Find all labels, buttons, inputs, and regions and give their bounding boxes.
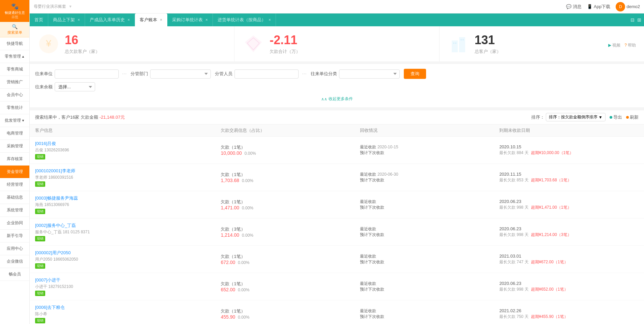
help-button[interactable]: ? 帮助 xyxy=(624,42,636,48)
app-download-button[interactable]: 📱 App下载 xyxy=(587,4,610,10)
tab-close-icon[interactable]: × xyxy=(205,18,208,22)
filter-area: 往来单位 ··· 分管部门 分管人员 ··· xyxy=(30,64,644,107)
source-category-select[interactable] xyxy=(339,69,400,79)
sidebar-item-enterprise[interactable]: 企业协同 xyxy=(0,217,29,230)
debt-amount[interactable]: 10,000.00 xyxy=(221,150,242,156)
balance-label: 往来余额 xyxy=(35,84,53,90)
sidebar-item-system[interactable]: 系统管理 xyxy=(0,204,29,217)
tab-customer-account[interactable]: 客户账本 × xyxy=(135,13,167,26)
person-input[interactable] xyxy=(234,69,299,79)
sidebar-item-label: 电商管理 xyxy=(7,131,23,136)
tab-home[interactable]: 首页 xyxy=(30,13,48,26)
company-name: 母婴行业演示账套 xyxy=(34,4,66,9)
message-icon: 💬 xyxy=(566,4,571,9)
filter-balance: 往来余额 选择... xyxy=(35,82,95,91)
overdue-info: 2021.03.01 最长欠款 747 天 超期¥672.00（1笔） xyxy=(499,254,639,265)
sidebar-item-marketing[interactable]: 营销推广 xyxy=(0,76,29,89)
tab-purchase-order[interactable]: 采购订单统计表 × xyxy=(167,13,213,26)
next-collect-label: 预计下次收款 xyxy=(360,205,499,210)
collapse-label: 收起更多条件 xyxy=(329,96,353,102)
dept-select[interactable] xyxy=(150,69,211,79)
sidebar-item-app-center[interactable]: 应用中心 xyxy=(0,242,29,255)
recovery-info: 最近收款 预计下次收款 xyxy=(360,199,499,210)
refresh-button[interactable]: 刷新 xyxy=(626,114,639,120)
source-unit-dots[interactable]: ··· xyxy=(122,71,127,77)
overdue-amount-link[interactable]: 超期¥10,000.00（1笔） xyxy=(531,150,574,155)
dropdown-icon: ▼ xyxy=(68,4,72,8)
tab-close-icon[interactable]: × xyxy=(160,18,162,22)
sidebar-item-basic-info[interactable]: 基础信息 xyxy=(0,191,29,204)
tab-close-icon[interactable]: × xyxy=(128,18,130,22)
overdue-date: 2020.06.23 xyxy=(499,281,639,286)
customer-name-link[interactable]: [0007]小进干 xyxy=(35,277,221,283)
filter-row-1: 往来单位 ··· 分管部门 分管人员 ··· xyxy=(35,69,639,79)
maximize-icon[interactable]: ⊞ xyxy=(637,17,641,23)
result-debt-total: -21,148.07元 xyxy=(100,115,125,120)
page-content: ¥ 16 总欠款客户（家） -2.11 欠款合计（万 xyxy=(30,26,644,324)
sidebar-item-label: 快捷导航 xyxy=(7,41,23,46)
tab-inbound-stats[interactable]: 进货单统计表（按商品） × xyxy=(213,13,276,26)
customer-name-link[interactable]: [0003]畅捷服务尹海蕊 xyxy=(35,195,221,201)
debt-info: 欠款（1笔） 10,000.000.00% xyxy=(221,144,360,156)
overdue-detail: 最长欠款 998 天 超期¥1,471.00（1笔） xyxy=(499,205,639,210)
overdue-amount-link[interactable]: 超期¥672.00（1笔） xyxy=(531,260,568,264)
sort-section: 排序： 排序：按欠款金额倒序排序 ▼ xyxy=(531,113,606,121)
collapse-up-icon: ∧∧ xyxy=(321,97,327,101)
debt-amount[interactable]: 455.90 xyxy=(221,314,235,320)
next-collect-label: 预计下次收款 xyxy=(360,314,499,320)
video-button[interactable]: ▶ 视频 xyxy=(608,42,620,48)
sidebar-item-new-guide[interactable]: 新手引导 xyxy=(0,230,29,242)
sidebar-item-label: 经营管理 xyxy=(7,182,23,187)
sidebar-item-member[interactable]: 会员中心 xyxy=(0,89,29,101)
source-unit-input[interactable] xyxy=(55,69,119,79)
sort-button[interactable]: 排序：按欠款金额倒序排序 ▼ xyxy=(546,113,606,121)
sidebar-search[interactable]: 🔍 搜索菜单 xyxy=(0,22,29,37)
minimize-icon[interactable]: ⊟ xyxy=(631,17,635,23)
tab-product-history[interactable]: 产成品入库单历史 × xyxy=(85,13,135,26)
tab-close-icon[interactable]: × xyxy=(269,18,271,22)
customer-name-link[interactable]: [0016]吕俊 xyxy=(35,141,221,147)
tab-close-icon[interactable]: × xyxy=(78,18,80,22)
overdue-amount-link[interactable]: 超期¥455.90（1笔） xyxy=(531,314,568,319)
recent-collect-label: 最近收款 xyxy=(360,172,376,177)
debt-amount[interactable]: 652.00 xyxy=(221,287,235,292)
export-button[interactable]: 导出 xyxy=(610,114,622,120)
stat-debt-amount: -2.11 欠款合计（万） xyxy=(234,26,439,61)
debt-amount[interactable]: 1,214.00 xyxy=(221,232,239,238)
play-icon: ▶ xyxy=(608,43,611,48)
message-button[interactable]: 💬 消息 xyxy=(566,4,582,10)
customer-name-link[interactable]: [0006]去下粮仓 xyxy=(35,304,221,311)
sidebar-logo[interactable]: 🐾 畅捷通好生意 示范 xyxy=(0,0,29,22)
result-info: 搜索结果中，客户16家 欠款金额 -21,148.07元 xyxy=(35,114,125,120)
sidebar-item-vip[interactable]: 畅会员 xyxy=(0,268,29,281)
stat-icon-building xyxy=(448,33,469,55)
customer-code: [000002] xyxy=(35,250,52,255)
sidebar-item-inventory[interactable]: 库存核算 xyxy=(0,153,29,166)
sidebar-item-purchase[interactable]: 采购管理 xyxy=(0,140,29,153)
customer-name-link[interactable]: [0002]服务中心_丁磊 xyxy=(35,223,221,229)
debt-amount[interactable]: 1,703.68 xyxy=(221,178,239,183)
sidebar-item-ecommerce[interactable]: 电商管理 xyxy=(0,127,29,140)
overdue-amount-link[interactable]: 超期¥1,471.00（1笔） xyxy=(531,205,571,210)
customer-name-link[interactable]: [0001020001]李老师 xyxy=(35,168,221,174)
debt-amount[interactable]: 1,471.00 xyxy=(221,205,239,210)
overdue-amount-link[interactable]: 超期¥1,214.00（3笔） xyxy=(531,232,571,237)
sidebar-item-retail-stats[interactable]: 零售统计 xyxy=(0,101,29,114)
sidebar-item-retail-shop[interactable]: 零售商城 xyxy=(0,63,29,76)
sidebar-item-retail-mgmt[interactable]: 零售管理 ▲ xyxy=(0,50,29,63)
overdue-amount-link[interactable]: 超期¥1,703.68（1笔） xyxy=(531,178,571,182)
sidebar-item-batch-mgmt[interactable]: 批发管理 ▼ xyxy=(0,114,29,127)
overdue-amount-link[interactable]: 超期¥652.00（1笔） xyxy=(531,287,568,292)
sidebar-item-biz-mgmt[interactable]: 经营管理 xyxy=(0,178,29,191)
tab-product-off[interactable]: 商品上下架 × xyxy=(48,13,85,26)
person-dots[interactable]: ··· xyxy=(302,71,306,77)
balance-select[interactable]: 选择... xyxy=(55,82,95,91)
customer-name-link[interactable]: [000002]用户2050 xyxy=(35,250,221,256)
user-profile[interactable]: D demo2 xyxy=(616,2,640,11)
sidebar-item-wechat[interactable]: 企业微信 xyxy=(0,255,29,268)
collapse-button[interactable]: ∧∧ 收起更多条件 xyxy=(35,96,639,102)
query-button[interactable]: 查询 xyxy=(404,69,426,79)
sidebar-item-quick-nav[interactable]: 快捷导航 xyxy=(0,37,29,50)
debt-amount[interactable]: 672.00 xyxy=(221,260,235,265)
sidebar-item-finance[interactable]: 资金管理 xyxy=(0,166,29,178)
